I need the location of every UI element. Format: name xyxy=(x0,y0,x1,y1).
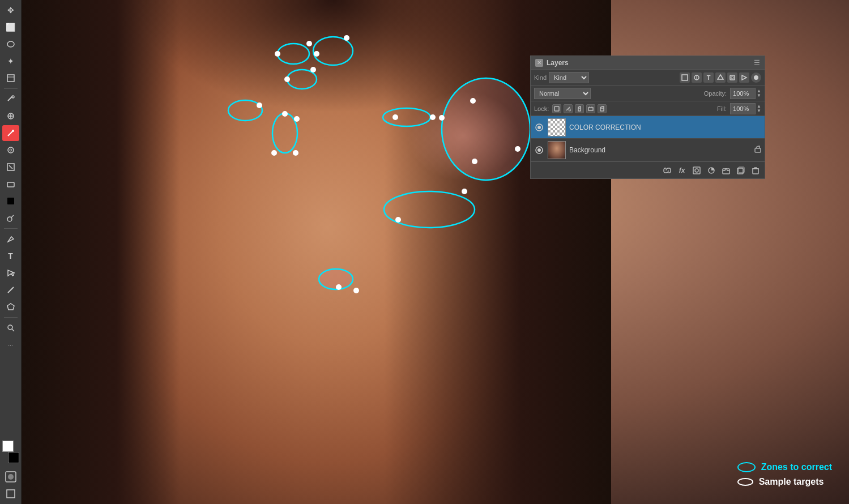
layer-lock-icon-background xyxy=(754,145,761,155)
filter-pixel-icon[interactable] xyxy=(680,72,690,83)
type-tool[interactable]: T xyxy=(2,248,19,264)
toolbar: ✥ ⬜ ✦ T ··· xyxy=(0,0,22,504)
svg-rect-71 xyxy=(600,108,604,111)
screen-mode[interactable] xyxy=(2,486,19,502)
blend-mode-select[interactable]: Normal Dissolve Multiply Screen Overlay xyxy=(534,88,591,99)
opacity-label: Opacity: xyxy=(704,90,727,97)
svg-rect-61 xyxy=(731,76,733,79)
filter-smartobj-icon[interactable] xyxy=(727,72,737,83)
line-tool[interactable] xyxy=(2,282,19,298)
legend-zones-label: Zones to correct xyxy=(761,462,832,472)
select-rect-tool[interactable]: ⬜ xyxy=(2,19,19,35)
svg-line-50 xyxy=(8,287,14,293)
layer-name-color-correction: COLOR CORRECTION xyxy=(569,123,761,131)
svg-point-40 xyxy=(8,147,14,153)
link-layers-btn[interactable] xyxy=(662,165,673,176)
opacity-stepper[interactable]: ▲ ▼ xyxy=(757,89,761,98)
legend-zones-item: Zones to correct xyxy=(737,462,832,472)
svg-marker-49 xyxy=(8,270,15,276)
magic-wand-tool[interactable]: ✦ xyxy=(2,53,19,69)
legend: Zones to correct Sample targets xyxy=(737,462,832,487)
cheek-highlight xyxy=(407,91,520,181)
legend-zones-icon xyxy=(737,462,756,472)
quick-mask-mode[interactable] xyxy=(2,469,19,485)
move-tool[interactable]: ✥ xyxy=(2,2,19,18)
svg-rect-83 xyxy=(753,169,758,174)
healing-tool[interactable] xyxy=(2,108,19,124)
filter-row: Kind Kind Name Effect Mode Attribute T xyxy=(531,70,765,86)
filter-shape-icon[interactable] xyxy=(715,72,726,83)
svg-rect-80 xyxy=(723,169,729,174)
svg-point-47 xyxy=(7,217,12,221)
layers-panel-close-btn[interactable]: ✕ xyxy=(535,59,543,67)
add-layer-btn[interactable] xyxy=(735,165,746,176)
svg-point-75 xyxy=(537,148,541,152)
layer-thumb-color-correction xyxy=(548,118,566,136)
brush-tool[interactable] xyxy=(2,125,19,141)
filter-adjustment-icon[interactable] xyxy=(692,72,702,83)
svg-point-63 xyxy=(754,75,758,80)
legend-samples-icon xyxy=(737,478,753,486)
lock-all-icon[interactable] xyxy=(598,104,607,113)
dodge-tool[interactable] xyxy=(2,210,19,226)
svg-rect-31 xyxy=(7,75,14,82)
svg-line-48 xyxy=(11,215,14,217)
pen-tool[interactable] xyxy=(2,231,19,247)
svg-point-30 xyxy=(7,41,14,47)
fill-label: Fill: xyxy=(717,105,727,112)
crop-tool[interactable] xyxy=(2,70,19,86)
path-select-tool[interactable] xyxy=(2,265,19,281)
svg-rect-60 xyxy=(730,75,735,80)
group-layers-btn[interactable] xyxy=(720,165,732,176)
filter-active-circle[interactable] xyxy=(751,72,761,83)
svg-line-38 xyxy=(8,131,12,136)
svg-rect-64 xyxy=(554,106,559,111)
layer-visibility-background[interactable] xyxy=(534,145,544,155)
blend-mode-row: Normal Dissolve Multiply Screen Overlay … xyxy=(531,86,765,101)
svg-point-41 xyxy=(10,149,12,151)
svg-line-53 xyxy=(12,329,14,331)
svg-rect-45 xyxy=(7,198,14,204)
lock-position-icon[interactable] xyxy=(575,104,584,113)
add-style-btn[interactable]: fx xyxy=(676,165,688,176)
more-tools[interactable]: ··· xyxy=(2,337,19,353)
zoom-tool[interactable] xyxy=(2,320,19,336)
fill-input[interactable] xyxy=(730,103,756,114)
eraser-tool[interactable] xyxy=(2,176,19,192)
gradient-tool[interactable] xyxy=(2,193,19,209)
svg-marker-62 xyxy=(742,75,746,80)
filter-type-icon[interactable]: T xyxy=(703,72,714,83)
lock-label: Lock: xyxy=(534,105,549,112)
background-color-swatch[interactable] xyxy=(8,452,19,463)
filter-video-icon[interactable] xyxy=(739,72,749,83)
svg-point-78 xyxy=(695,169,698,172)
layer-item-background[interactable]: Background xyxy=(531,139,765,161)
lock-row: Lock: Fill: ▲ ▼ xyxy=(531,101,765,116)
fill-stepper[interactable]: ▲ ▼ xyxy=(757,104,761,113)
delete-layer-btn[interactable] xyxy=(750,165,761,176)
svg-rect-56 xyxy=(7,490,15,498)
add-adjustment-btn[interactable] xyxy=(706,165,717,176)
layer-visibility-color-correction[interactable] xyxy=(534,122,544,133)
lock-pixels-icon[interactable] xyxy=(552,104,561,113)
foreground-color-swatch[interactable] xyxy=(2,441,14,452)
add-mask-btn[interactable] xyxy=(691,165,702,176)
lock-paintbucket-icon[interactable] xyxy=(564,104,573,113)
layer-item-color-correction[interactable]: COLOR CORRECTION xyxy=(531,116,765,139)
layers-panel: ✕ Layers ☰ Kind Kind Name Effect Mode At… xyxy=(530,55,765,179)
layers-panel-titlebar: ✕ Layers ☰ xyxy=(531,56,765,70)
clone-tool[interactable] xyxy=(2,142,19,158)
eyedropper-tool[interactable] xyxy=(2,91,19,107)
layers-panel-menu-btn[interactable]: ☰ xyxy=(754,59,760,67)
lasso-tool[interactable] xyxy=(2,36,19,52)
svg-rect-77 xyxy=(693,167,700,174)
legend-samples-item: Sample targets xyxy=(737,477,832,487)
custom-shape-tool[interactable] xyxy=(2,299,19,315)
svg-rect-76 xyxy=(755,148,761,152)
svg-point-52 xyxy=(8,325,12,330)
filter-kind-select[interactable]: Kind Name Effect Mode Attribute xyxy=(549,72,589,83)
opacity-input[interactable] xyxy=(730,88,756,99)
lock-artboard-icon[interactable] xyxy=(586,104,595,113)
history-brush-tool[interactable] xyxy=(2,159,19,175)
svg-point-34 xyxy=(12,96,14,98)
